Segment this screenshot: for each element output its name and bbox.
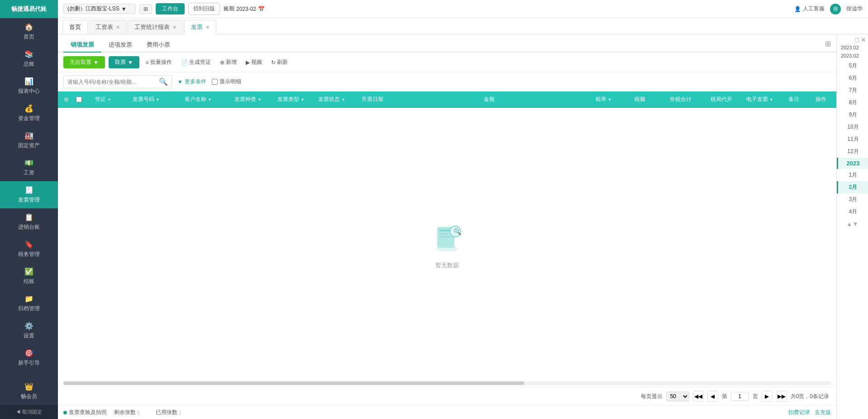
scrollbar-thumb[interactable] [63, 381, 524, 385]
minimize-panel-btn[interactable]: □ [855, 36, 859, 43]
sub-tab-sales-invoice[interactable]: 销项发票 [63, 38, 101, 53]
th-open-date[interactable]: 开票日期 [352, 96, 393, 103]
invoice-icon: 🧾 [24, 186, 33, 194]
show-detail-toggle[interactable]: 显示明细 [212, 78, 241, 86]
date-item-2023-3[interactable]: 3月 [837, 193, 868, 206]
sidebar-collapse-btn[interactable]: ◀ 取消固定 [0, 405, 58, 419]
grid-icon[interactable]: ⊞ [825, 39, 831, 48]
th-electronic[interactable]: 电子发票 ▼ [739, 96, 780, 103]
date-item-5[interactable]: 5月 [837, 60, 868, 72]
th-tax-code[interactable]: 税局代开 [703, 96, 739, 103]
date-item-2023-02-top[interactable]: 2023.02 [837, 43, 868, 52]
sub-tabs: 销项发票 进项发票 费用小票 ⊞ [58, 34, 836, 53]
date-item-7[interactable]: 7月 [837, 84, 868, 96]
ledger-icon: 📚 [24, 50, 33, 58]
th-tax-rate[interactable]: 税率 ▼ [586, 96, 622, 103]
th-amount[interactable]: 金额 [393, 96, 586, 103]
tab-close-icon[interactable]: ✕ [172, 24, 176, 30]
more-filter-btn[interactable]: ▼ 更多条件 [177, 78, 206, 86]
show-detail-checkbox[interactable] [212, 79, 218, 85]
prev-page-btn[interactable]: ◀ [707, 391, 718, 402]
deduct-record-link[interactable]: 扣费记录 [788, 409, 810, 416]
close-panel-btn[interactable]: ✕ [861, 36, 866, 43]
copy-btn[interactable]: ⊞ [139, 4, 152, 14]
th-remark[interactable]: 备注 [780, 96, 807, 103]
date-item-2023-4[interactable]: 4月 [837, 206, 868, 218]
th-tax[interactable]: 税额 [622, 96, 658, 103]
video-button[interactable]: ▶ 视频 [243, 57, 265, 68]
th-check[interactable] [72, 96, 85, 102]
sidebar: 畅捷通易代账 🏠 首页 📚 总账 📊 报表中心 💰 资金管理 🏭 固定资产 💵 … [0, 0, 58, 419]
user-name[interactable]: 徐溢华 [846, 5, 863, 13]
th-settings[interactable]: ⚙ [60, 96, 72, 103]
sidebar-item-settings[interactable]: ⚙️ 设置 [0, 317, 58, 344]
date-item-9[interactable]: 9月 [837, 109, 868, 121]
company-selector[interactable]: (勿删）江西股宝-LSS ▼ [63, 4, 136, 14]
date-year-2023[interactable]: 2023 [837, 158, 868, 169]
select-all-checkbox[interactable] [76, 96, 82, 102]
gen-proof-button[interactable]: 📄 生成凭证 [178, 57, 214, 68]
switch-version-button[interactable]: 切到旧版 [188, 3, 220, 15]
support-btn[interactable]: 👤 人工客服 [794, 5, 825, 13]
search-icon[interactable]: 🔍 [159, 77, 168, 86]
date-item-11[interactable]: 11月 [837, 133, 868, 145]
sidebar-item-guide[interactable]: 🎯 新手引导 [0, 344, 58, 371]
date-item-2023-2[interactable]: 2月 [837, 181, 868, 193]
sidebar-item-label: 资金管理 [18, 115, 40, 122]
tab-invoice[interactable]: 发票 ✕ [184, 20, 216, 34]
tab-payroll-report[interactable]: 工资统计报表 ✕ [128, 20, 183, 34]
sidebar-item-assets[interactable]: 🏭 固定资产 [0, 127, 58, 154]
page-input[interactable]: 1 [731, 392, 749, 401]
scroll-up-btn[interactable]: ▲ [846, 221, 852, 227]
per-page-select[interactable]: 50 100 [666, 391, 689, 401]
th-customer[interactable]: 客户名称 ▼ [171, 96, 225, 103]
th-action[interactable]: 操作 [807, 96, 835, 103]
scroll-down-btn[interactable]: ▼ [853, 221, 858, 227]
refresh-button[interactable]: ↻ 刷新 [268, 57, 291, 68]
date-item-12[interactable]: 12月 [837, 145, 868, 158]
sidebar-item-tax[interactable]: 🔖 税务管理 [0, 236, 58, 263]
batch-ops-button[interactable]: ≡ 批量操作 [143, 57, 175, 68]
th-inv-category[interactable]: 发票类型 ▼ [271, 96, 311, 103]
th-tax-total[interactable]: 价税合计 [658, 96, 703, 103]
th-inv-type[interactable]: 发票种类 ▼ [225, 96, 271, 103]
th-inv-status[interactable]: 发票状态 ▼ [311, 96, 352, 103]
calendar-icon[interactable]: 📅 [258, 6, 265, 12]
date-item-8[interactable]: 8月 [837, 96, 868, 109]
sub-tab-purchase-invoice[interactable]: 进项发票 [101, 38, 139, 53]
th-invoice-no[interactable]: 发票号码 ▼ [121, 96, 171, 103]
tab-payroll[interactable]: 工资表 ✕ [89, 20, 127, 34]
th-proof[interactable]: 凭证 ▼ [85, 96, 121, 103]
sidebar-item-label: 工资 [24, 169, 34, 177]
tab-close-icon[interactable]: ✕ [116, 24, 120, 30]
sidebar-item-ledger[interactable]: 📚 总账 [0, 45, 58, 72]
take-ticket-button[interactable]: 取票 ▼ [109, 56, 139, 68]
tab-close-icon[interactable]: ✕ [205, 24, 210, 30]
sidebar-item-capital[interactable]: 💰 资金管理 [0, 100, 58, 127]
sidebar-item-vip[interactable]: 👑 畅会员 [0, 378, 58, 405]
no-tax-ticket-button[interactable]: 无自取票 ▼ [63, 56, 105, 68]
sidebar-item-sales[interactable]: 📋 进销台账 [0, 208, 58, 236]
date-item-2023-02-b[interactable]: 2023.02 [837, 52, 868, 60]
last-page-btn[interactable]: ▶▶ [776, 391, 787, 402]
date-item-10[interactable]: 10月 [837, 121, 868, 133]
horizontal-scrollbar[interactable] [63, 381, 831, 385]
sidebar-item-payroll[interactable]: 💵 工资 [0, 154, 58, 181]
recharge-link[interactable]: 去充值 [815, 409, 831, 416]
sidebar-item-reports[interactable]: 📊 报表中心 [0, 72, 58, 100]
date-item-6[interactable]: 6月 [837, 72, 868, 84]
next-page-btn[interactable]: ▶ [762, 391, 773, 402]
new-button[interactable]: ⊕ 新增 [217, 57, 239, 68]
filter-row: 🔍 ▼ 更多条件 显示明细 [58, 72, 836, 92]
sidebar-item-archive[interactable]: 📁 归档管理 [0, 290, 58, 317]
tab-home[interactable]: 首页 [62, 20, 88, 34]
sidebar-item-invoice[interactable]: 🧾 发票管理 [0, 181, 58, 208]
first-page-btn[interactable]: ◀◀ [693, 391, 704, 402]
sidebar-item-home[interactable]: 🏠 首页 [0, 18, 58, 45]
date-item-2023-1[interactable]: 1月 [837, 169, 868, 181]
sub-tab-expense-receipt[interactable]: 费用小票 [139, 38, 177, 53]
sidebar-item-settle[interactable]: ✅ 结账 [0, 263, 58, 290]
user-avatar[interactable]: 徐 [830, 4, 841, 14]
workbench-button[interactable]: 工作台 [156, 3, 185, 14]
search-input[interactable] [67, 79, 156, 85]
